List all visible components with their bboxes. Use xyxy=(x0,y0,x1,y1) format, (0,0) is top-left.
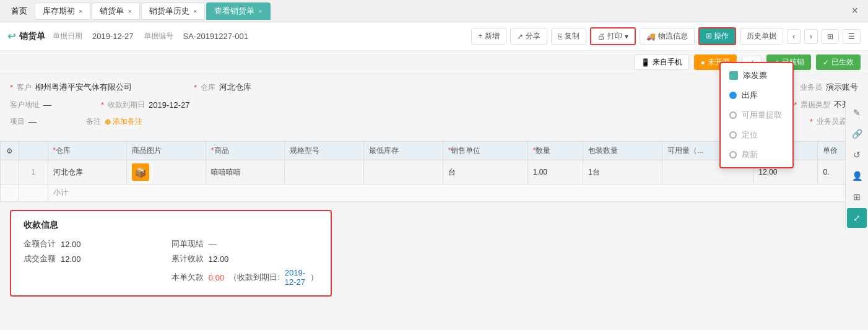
ticket-required: * xyxy=(794,100,797,110)
sales-order-icon: ↩ xyxy=(7,30,15,42)
tab-sales-history[interactable]: 销货单历史 × xyxy=(141,2,205,20)
customer-label: 客户 xyxy=(17,82,32,93)
ticket-type-label: 票据类型 xyxy=(801,100,830,110)
dropdown-refresh[interactable]: 刷新 xyxy=(721,145,792,165)
same-order-label: 同单现结 xyxy=(171,238,204,250)
plus-icon: ⊕ xyxy=(105,118,111,126)
th-pkg-qty: 包装数量 xyxy=(583,142,662,160)
nav-next-button[interactable]: › xyxy=(804,29,818,44)
print-button[interactable]: 🖨 打印 ▾ xyxy=(590,27,636,45)
date-label: 单据日期 xyxy=(53,31,82,41)
nav-prev-button[interactable]: ‹ xyxy=(787,29,801,44)
note-field: 备注 ⊕ 添加备注 xyxy=(86,116,142,127)
view-list-button[interactable]: ☰ xyxy=(843,29,861,44)
cumulative-row: 累计收款 12.00 xyxy=(171,253,318,264)
cumulative-label: 累计收款 xyxy=(171,253,204,264)
new-button[interactable]: + 新增 xyxy=(471,28,506,45)
tab-sales-order[interactable]: 销货单 × xyxy=(92,2,139,20)
th-warehouse: *仓库 xyxy=(48,142,127,160)
payment-date-field: * 收款到期日 2019-12-27 xyxy=(101,100,190,110)
owed-value: 0.00 xyxy=(209,273,224,282)
locate-icon xyxy=(729,131,737,139)
tab-home-label: 首页 xyxy=(11,6,27,15)
sidebar-expand-btn[interactable]: ⤢ xyxy=(847,208,867,228)
tab-sales-order-close[interactable]: × xyxy=(128,7,131,15)
history-button[interactable]: 历史单据 xyxy=(740,28,783,45)
project-value: — xyxy=(28,117,37,126)
tab-check-sales-close[interactable]: × xyxy=(258,7,262,15)
copy-icon: ⎘ xyxy=(558,32,562,41)
subtotal-seq-cell xyxy=(19,185,48,202)
from-phone-button[interactable]: 📱 来自手机 xyxy=(634,54,689,70)
salesperson-field: 业务员 演示账号 xyxy=(800,82,858,93)
th-seq xyxy=(19,142,48,160)
refresh-icon xyxy=(729,151,737,158)
owed-note: （收款到期日: xyxy=(229,272,280,283)
operations-dropdown: 添发票 出库 可用量提取 定位 刷新 xyxy=(719,62,794,168)
window-close-button[interactable]: × xyxy=(846,4,863,17)
warehouse-value: 河北仓库 xyxy=(219,82,251,93)
salesperson-value: 演示账号 xyxy=(826,82,858,93)
salesperson-label: 业务员 xyxy=(800,82,822,93)
tab-home[interactable]: 首页 xyxy=(5,6,33,17)
owed-row: 本单欠款 0.00 （收款到期日: 2019-12-27 ） xyxy=(171,268,318,287)
th-spec: 规格型号 xyxy=(285,142,364,160)
sidebar-table-btn[interactable]: ⊞ xyxy=(847,187,867,207)
tab-sales-history-close[interactable]: × xyxy=(193,7,197,15)
dropdown-add-invoice[interactable]: 添发票 xyxy=(721,66,792,85)
tab-inventory-init-close[interactable]: × xyxy=(79,7,82,15)
total-value: 12.00 xyxy=(61,240,81,249)
right-sidebar: ✎ 🔗 ↺ 👤 ⊞ ⤢ xyxy=(845,100,868,230)
no-label: 单据编号 xyxy=(144,31,173,41)
ship-out-icon xyxy=(729,92,737,99)
copy-button[interactable]: ⎘ 复制 xyxy=(551,28,586,45)
th-product-img: 商品图片 xyxy=(127,142,206,160)
dropdown-available-qty[interactable]: 可用量提取 xyxy=(721,105,792,125)
tab-bar: 首页 库存期初 × 销货单 × 销货单历史 × 查看销货单 × × xyxy=(0,0,868,22)
sidebar-user-btn[interactable]: 👤 xyxy=(847,166,867,186)
tab-check-sales[interactable]: 查看销货单 × xyxy=(206,2,270,20)
deal-value: 12.00 xyxy=(61,254,81,264)
sidebar-link-btn[interactable]: 🔗 xyxy=(847,124,867,144)
payment-date-required: * xyxy=(101,100,104,110)
view-grid-button[interactable]: ⊞ xyxy=(822,29,839,44)
th-qty: *数量 xyxy=(527,142,583,160)
tab-inventory-init[interactable]: 库存期初 × xyxy=(35,2,90,20)
truck-icon: 🚚 xyxy=(646,32,656,41)
total-row: 金额合计 12.00 xyxy=(24,238,159,250)
customer-required: * xyxy=(10,83,13,92)
doc-date: 2019-12-27 xyxy=(92,32,134,41)
same-order-row: 同单现结 — xyxy=(171,238,318,250)
payment-date-value: 2019-12-27 xyxy=(149,100,190,110)
th-settings[interactable]: ⚙ xyxy=(1,142,19,160)
row-settings-cell xyxy=(1,160,19,185)
effective-button[interactable]: ✓ 已生效 xyxy=(816,54,861,70)
salesperson2-required: * xyxy=(810,117,813,126)
same-order-value: — xyxy=(209,240,217,249)
doc-actions: + 新增 ↗ 分享 ⎘ 复制 🖨 打印 ▾ 🚚 物流信息 ⊞ 操作 xyxy=(471,27,861,45)
add-note-button[interactable]: ⊕ 添加备注 xyxy=(105,116,142,127)
salesperson2-label: 业务员孟 xyxy=(817,116,846,127)
address-label: 客户地址 xyxy=(10,100,40,110)
payment-section: 收款信息 金额合计 12.00 同单现结 — 成交金额 12.00 累计收款 1… xyxy=(10,210,332,297)
cumulative-value: 12.00 xyxy=(209,254,229,264)
row-seq-cell: 1 xyxy=(19,160,48,185)
sidebar-edit-btn[interactable]: ✎ xyxy=(847,103,867,123)
logistics-button[interactable]: 🚚 物流信息 xyxy=(640,28,695,45)
row-min-stock-cell xyxy=(364,160,443,185)
customer-value: 柳州粤港平安气体有限公司 xyxy=(35,82,132,93)
deal-label: 成交金额 xyxy=(24,253,56,264)
operations-button[interactable]: ⊞ 操作 xyxy=(698,27,736,45)
row-warehouse-cell: 河北仓库 xyxy=(48,160,127,185)
sidebar-reload-btn[interactable]: ↺ xyxy=(847,145,867,165)
dropdown-ship-out[interactable]: 出库 xyxy=(721,85,792,105)
subtotal-settings-cell xyxy=(1,185,19,202)
row-spec-cell xyxy=(285,160,364,185)
share-button[interactable]: ↗ 分享 xyxy=(510,28,547,45)
payment-date-label: 收款到期日 xyxy=(108,100,145,110)
dropdown-locate[interactable]: 定位 xyxy=(721,125,792,145)
customer-field: * 客户 柳州粤港平安气体有限公司 xyxy=(10,82,132,93)
owed-close: ） xyxy=(310,272,318,283)
phone-icon: 📱 xyxy=(641,58,650,67)
payment-title: 收款信息 xyxy=(24,220,318,231)
